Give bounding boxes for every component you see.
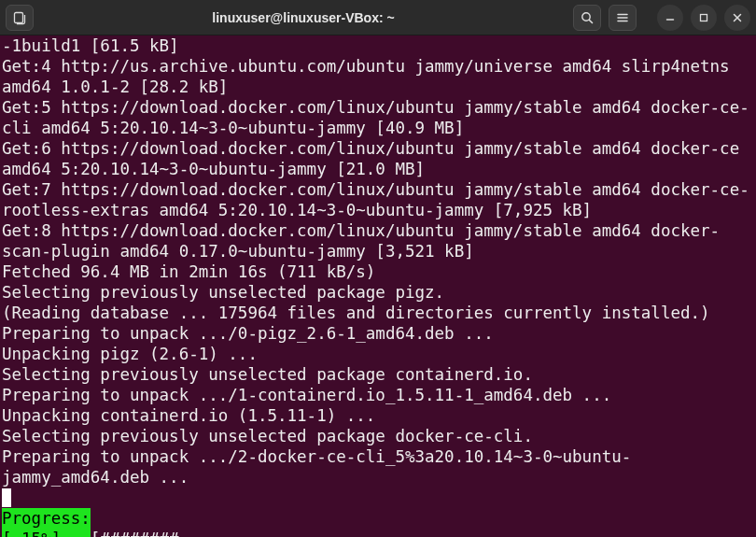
progress-line: Progress: [ 15%] [########..............… xyxy=(2,508,754,537)
new-tab-button[interactable] xyxy=(6,5,34,31)
terminal-line: Selecting previously unselected package … xyxy=(2,364,754,385)
svg-rect-0 xyxy=(15,12,23,22)
close-icon xyxy=(732,12,743,23)
terminal-line: Selecting previously unselected package … xyxy=(2,426,754,446)
terminal-output[interactable]: -1build1 [61.5 kB]Get:4 http://us.archiv… xyxy=(0,35,756,537)
terminal-line: Get:5 https://download.docker.com/linux/… xyxy=(2,97,754,138)
hamburger-icon xyxy=(615,10,630,25)
terminal-line: (Reading database ... 175964 files and d… xyxy=(2,303,754,323)
svg-rect-7 xyxy=(701,14,707,21)
terminal-line: -1build1 [61.5 kB] xyxy=(2,35,754,56)
terminal-line: Unpacking containerd.io (1.5.11-1) ... xyxy=(2,405,754,426)
titlebar-left xyxy=(6,5,34,31)
maximize-button[interactable] xyxy=(691,5,717,31)
minimize-icon xyxy=(665,12,676,23)
close-button[interactable] xyxy=(724,5,750,31)
new-tab-icon xyxy=(12,10,27,25)
progress-bar: [########...............................… xyxy=(91,508,756,537)
maximize-icon xyxy=(698,12,709,23)
terminal-line: Get:8 https://download.docker.com/linux/… xyxy=(2,220,754,261)
search-button[interactable] xyxy=(573,5,601,31)
terminal-line: Get:6 https://download.docker.com/linux/… xyxy=(2,138,754,179)
cursor-line xyxy=(2,488,754,508)
titlebar: linuxuser@linuxuser-VBox: ~ xyxy=(0,0,756,35)
menu-button[interactable] xyxy=(609,5,637,31)
terminal-line: Selecting previously unselected package … xyxy=(2,282,754,303)
terminal-line: Preparing to unpack .../1-containerd.io_… xyxy=(2,385,754,405)
terminal-line: Preparing to unpack .../0-pigz_2.6-1_amd… xyxy=(2,323,754,344)
terminal-line: Get:4 http://us.archive.ubuntu.com/ubunt… xyxy=(2,56,754,97)
terminal-line: Fetched 96.4 MB in 2min 16s (711 kB/s) xyxy=(2,261,754,282)
terminal-line: Get:7 https://download.docker.com/linux/… xyxy=(2,179,754,220)
minimize-button[interactable] xyxy=(657,5,683,31)
search-icon xyxy=(580,10,595,25)
svg-line-2 xyxy=(589,20,592,22)
terminal-line: Unpacking pigz (2.6-1) ... xyxy=(2,344,754,364)
window-title: linuxuser@linuxuser-VBox: ~ xyxy=(34,7,573,28)
progress-label: Progress: [ 15%] xyxy=(2,508,91,537)
terminal-line: Preparing to unpack .../2-docker-ce-cli_… xyxy=(2,446,754,488)
titlebar-right xyxy=(573,5,750,31)
cursor xyxy=(2,488,11,507)
